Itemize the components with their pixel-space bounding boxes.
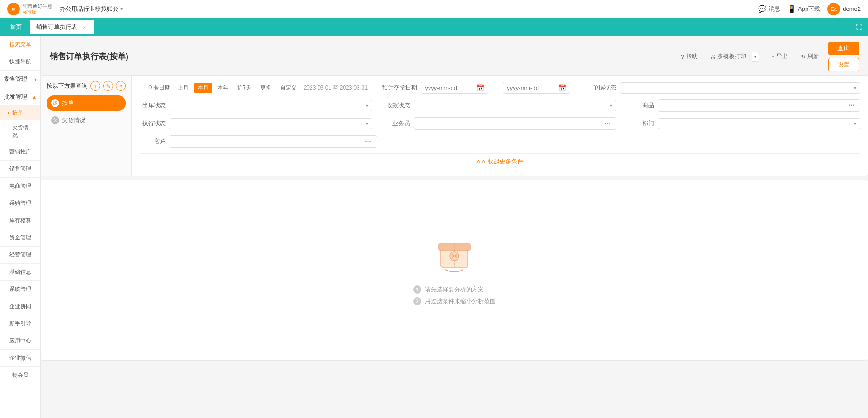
- sidebar-item-wechat[interactable]: 企业微信: [0, 350, 40, 367]
- main-layout: 搜索菜单 快捷导航 零售管理 ▾ 批发管理 ▲ ● 按单 ○ 欠货情况: [0, 36, 868, 418]
- goods-input[interactable]: [662, 102, 847, 109]
- query-button[interactable]: 查询: [828, 42, 859, 55]
- logo-area: 销 销售通好生意 标准版: [7, 3, 52, 15]
- date-end-input[interactable]: [507, 85, 557, 91]
- export-button[interactable]: ↑ 导出: [768, 51, 792, 62]
- sidebar-item-basic[interactable]: 基础信息: [0, 264, 40, 281]
- app-download-button[interactable]: 📱 App下载: [788, 5, 820, 13]
- empty-state-icon: [432, 231, 477, 276]
- date-separator: —: [492, 84, 499, 92]
- expected-delivery-start[interactable]: 📅: [421, 82, 488, 94]
- department-input[interactable]: [662, 120, 854, 127]
- collapse-button[interactable]: ∧∧ 收起更多条件: [139, 153, 860, 169]
- edit-scheme-button[interactable]: ✎: [103, 81, 113, 91]
- filter-fields-area: 单据日期 上月 本月 本年 近7天 更多 自定义 2023-03-01 至 20…: [132, 76, 868, 176]
- date-tab-custom[interactable]: 自定义: [277, 83, 300, 93]
- print-dropdown-arrow[interactable]: ▾: [752, 52, 759, 62]
- tab-bar: 首页 销售订单执行表 × — ⛶: [0, 18, 868, 36]
- salesperson-input[interactable]: [418, 120, 603, 127]
- filter-row-3: 执行状态 ▾ 业务员 ···: [139, 117, 860, 130]
- tab-close-button[interactable]: ×: [81, 24, 88, 31]
- svg-text:销: 销: [11, 8, 15, 12]
- filter-row-2: 出库状态 ▾ 收款状态 ▾: [139, 99, 860, 112]
- empty-tip-1: 1 请先选择要分析的方案: [413, 285, 495, 294]
- sidebar-sub-item-salesorder[interactable]: ● 按单: [0, 105, 40, 120]
- tab-sales-execution[interactable]: 销售订单执行表 ×: [30, 20, 94, 34]
- calendar-start-icon: 📅: [476, 84, 484, 91]
- scheme-item-debt[interactable]: 欠 欠货情况: [47, 113, 126, 128]
- chevron-down-icon: ▾: [34, 77, 37, 82]
- date-tabs: 上月 本月 本年 近7天 更多 自定义: [174, 83, 300, 93]
- tab-maximize-button[interactable]: ⛶: [854, 22, 864, 33]
- date-tab-lastmonth[interactable]: 上月: [174, 83, 192, 93]
- sidebar-sub-item-debt[interactable]: ○ 欠货情况: [0, 120, 40, 143]
- execution-status-select[interactable]: ▾: [170, 118, 372, 129]
- sidebar-item-wholesale[interactable]: 批发管理 ▲: [0, 88, 40, 105]
- tab-home[interactable]: 首页: [4, 20, 28, 34]
- filter-row-4: 客户 ···: [139, 135, 860, 148]
- department-field: 部门 ▾: [627, 118, 860, 129]
- customer-input[interactable]: [174, 138, 363, 145]
- sidebar-item-appstore[interactable]: 应用中心: [0, 332, 40, 350]
- date-start-input[interactable]: [425, 85, 475, 91]
- execution-status-input[interactable]: [174, 120, 366, 127]
- sidebar: 搜索菜单 快捷导航 零售管理 ▾ 批发管理 ▲ ● 按单 ○ 欠货情况: [0, 36, 41, 418]
- goods-field: 商品 ···: [627, 99, 860, 112]
- status-select[interactable]: ▾: [620, 82, 860, 94]
- sidebar-item-ecommerce[interactable]: 电商管理: [0, 178, 40, 195]
- help-button[interactable]: ? 帮助: [677, 51, 701, 62]
- scheme-item-salesorder[interactable]: 按 按单: [47, 95, 126, 111]
- expected-delivery-end[interactable]: 📅: [503, 82, 570, 94]
- sidebar-item-search[interactable]: 搜索菜单: [0, 36, 40, 53]
- status-input[interactable]: [624, 85, 854, 91]
- refresh-button[interactable]: ↻ 刷新: [797, 51, 823, 62]
- collapse-scheme-button[interactable]: «: [116, 81, 126, 91]
- sidebar-item-marketing[interactable]: 营销推广: [0, 143, 40, 161]
- customer-select[interactable]: ···: [170, 135, 377, 148]
- message-button[interactable]: 💬 消息: [758, 5, 780, 13]
- sidebar-item-operations[interactable]: 经营管理: [0, 247, 40, 264]
- customer-more-button[interactable]: ···: [363, 138, 373, 146]
- date-tab-thismonth[interactable]: 本月: [194, 83, 212, 93]
- print-button[interactable]: 🖨 按模板打印 | ▾: [707, 50, 762, 63]
- payment-status-select[interactable]: ▾: [414, 100, 616, 111]
- sidebar-item-inventory[interactable]: 库存核算: [0, 212, 40, 229]
- action-buttons: 查询 设置: [828, 42, 859, 71]
- logo-text: 销售通好生意 标准版: [23, 3, 52, 15]
- page-actions: ? 帮助 🖨 按模板打印 | ▾ ↑ 导出 ↻ 刷新: [677, 42, 859, 71]
- user-area[interactable]: Ea demo2: [827, 3, 861, 15]
- salesperson-more-button[interactable]: ···: [603, 119, 612, 128]
- date-tab-thisyear[interactable]: 本年: [214, 83, 232, 93]
- sidebar-item-sales[interactable]: 销售管理: [0, 161, 40, 178]
- tab-minimize-button[interactable]: —: [839, 22, 850, 33]
- add-scheme-button[interactable]: +: [90, 81, 100, 91]
- sidebar-item-purchase[interactable]: 采购管理: [0, 195, 40, 212]
- department-select[interactable]: ▾: [658, 118, 860, 129]
- delivery-status-input[interactable]: [174, 102, 366, 109]
- sidebar-item-newbie[interactable]: 新手引导: [0, 315, 40, 332]
- sidebar-section-retail: 零售管理 ▾: [0, 71, 40, 88]
- sidebar-item-system[interactable]: 系统管理: [0, 281, 40, 298]
- date-tab-more[interactable]: 更多: [257, 83, 275, 93]
- sidebar-item-retail[interactable]: 零售管理 ▾: [0, 71, 40, 88]
- delivery-status-field: 出库状态 ▾: [139, 100, 372, 111]
- top-nav-left: 销 销售通好生意 标准版 办公用品行业模拟账套 ▾: [7, 3, 127, 15]
- sidebar-item-enterprise[interactable]: 企业协同: [0, 298, 40, 315]
- goods-select[interactable]: ···: [658, 99, 860, 112]
- payment-dropdown-arrow: ▾: [610, 103, 612, 108]
- execution-status-field: 执行状态 ▾: [139, 118, 372, 129]
- sidebar-item-quicknav[interactable]: 快捷导航: [0, 53, 40, 71]
- sidebar-item-finance[interactable]: 资金管理: [0, 229, 40, 247]
- payment-status-input[interactable]: [418, 102, 610, 109]
- delivery-dropdown-arrow: ▾: [366, 103, 368, 108]
- delivery-status-select[interactable]: ▾: [170, 100, 372, 111]
- goods-more-button[interactable]: ···: [847, 101, 856, 109]
- company-selector[interactable]: 办公用品行业模拟账套 ▾: [56, 3, 127, 15]
- sidebar-section-wholesale: 批发管理 ▲ ● 按单 ○ 欠货情况: [0, 88, 40, 143]
- settings-button[interactable]: 设置: [828, 58, 859, 71]
- collapse-icon: ∧∧: [476, 158, 488, 165]
- salesperson-select[interactable]: ···: [414, 117, 616, 130]
- date-tab-7days[interactable]: 近7天: [234, 83, 255, 93]
- export-icon: ↑: [772, 53, 775, 60]
- sidebar-item-member[interactable]: 畅会员: [0, 367, 40, 384]
